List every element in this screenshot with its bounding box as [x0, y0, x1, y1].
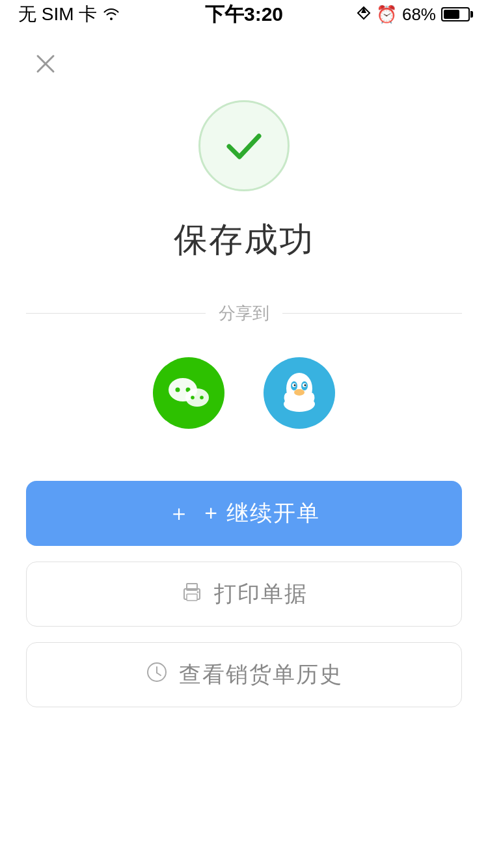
share-section: 分享到 — [26, 302, 462, 429]
svg-point-6 — [191, 396, 195, 400]
svg-point-15 — [294, 389, 305, 396]
share-icons-row — [153, 357, 335, 429]
status-right: ⏰ 68% — [357, 5, 470, 25]
alarm-icon: ⏰ — [376, 5, 397, 25]
qq-share-button[interactable] — [264, 357, 335, 429]
divider-left — [26, 313, 206, 314]
svg-line-25 — [157, 673, 161, 675]
status-time: 下午3:20 — [205, 1, 283, 28]
qq-icon — [280, 370, 319, 416]
success-title: 保存成功 — [174, 217, 314, 263]
wechat-share-button[interactable] — [153, 357, 224, 429]
plus-icon: ＋ — [168, 498, 191, 528]
share-divider-row: 分享到 — [26, 302, 462, 325]
success-circle — [198, 100, 290, 191]
close-button[interactable] — [26, 44, 65, 83]
status-left: 无 SIM 卡 — [18, 2, 120, 27]
svg-rect-20 — [187, 594, 197, 601]
divider-right — [282, 313, 462, 314]
continue-label: + 继续开单 — [204, 498, 319, 528]
continue-button[interactable]: ＋ + 继续开单 — [26, 481, 462, 546]
print-label: 打印单据 — [214, 579, 308, 609]
main-content: 保存成功 分享到 — [0, 29, 488, 868]
svg-point-13 — [294, 385, 296, 387]
wechat-icon — [167, 375, 210, 411]
clock-icon — [145, 660, 169, 689]
history-button[interactable]: 查看销货单历史 — [26, 642, 462, 707]
actions-section: ＋ + 继续开单 打印单据 — [26, 481, 462, 707]
history-label: 查看销货单历史 — [179, 660, 343, 690]
svg-point-5 — [185, 388, 209, 407]
svg-point-22 — [197, 591, 199, 593]
battery-icon — [441, 7, 470, 21]
battery-percent: 68% — [402, 5, 436, 25]
close-icon — [34, 52, 57, 75]
checkmark-icon — [221, 123, 267, 169]
svg-point-7 — [200, 396, 204, 400]
printer-icon — [180, 580, 204, 608]
location-icon — [357, 5, 371, 25]
wifi-icon — [102, 4, 120, 25]
share-label: 分享到 — [219, 302, 269, 325]
svg-point-3 — [176, 388, 180, 392]
sim-status: 无 SIM 卡 — [18, 2, 97, 27]
svg-point-14 — [305, 385, 306, 387]
print-button[interactable]: 打印单据 — [26, 562, 462, 627]
status-bar: 无 SIM 卡 下午3:20 ⏰ 68% — [0, 0, 488, 29]
